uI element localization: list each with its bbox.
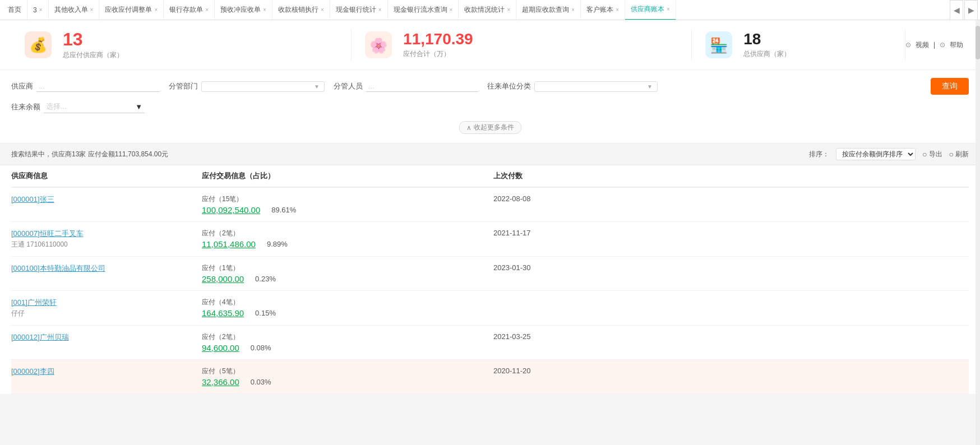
supplier-info-4: [000012]广州贝瑞 bbox=[11, 332, 202, 342]
close-icon[interactable]: × bbox=[571, 7, 575, 13]
stat-label-total-suppliers: 总供应商（家） bbox=[743, 49, 791, 59]
supplier-link-4[interactable]: [000012]广州贝瑞 bbox=[11, 333, 69, 341]
supplier-link-1[interactable]: [000007]恒旺二手叉车 bbox=[11, 229, 84, 238]
lastpay-0: 2022-08-08 bbox=[493, 194, 969, 203]
close-icon[interactable]: × bbox=[616, 7, 619, 13]
close-icon[interactable]: × bbox=[450, 7, 453, 13]
nav-tab-cash-stat[interactable]: 现金银行统计 × bbox=[330, 0, 388, 20]
query-button[interactable]: 查询 bbox=[931, 78, 969, 95]
trade-info-0: 应付（15笔） 100,092,540.00 89.61% bbox=[202, 194, 493, 215]
nav-tab-recv-stat-label: 收款情况统计 bbox=[464, 5, 505, 15]
lastpay-2: 2023-01-30 bbox=[493, 263, 969, 272]
video-link[interactable]: 视频 bbox=[916, 40, 929, 50]
scrollbar[interactable] bbox=[976, 20, 980, 394]
nav-tab-other-income[interactable]: 其他收入单 × bbox=[49, 0, 100, 20]
nav-tab-cash-stat-label: 现金银行统计 bbox=[336, 5, 376, 15]
lastpay-4: 2021-03-25 bbox=[493, 332, 969, 341]
nav-tab-receipt-label: 收款核销执行 bbox=[278, 5, 318, 15]
col-header-lastpay: 上次付数 bbox=[493, 171, 969, 181]
nav-tab-advance[interactable]: 预收冲应收单 × bbox=[215, 0, 272, 20]
nav-tab-other-income-label: 其他收入单 bbox=[54, 5, 88, 15]
nav-tab-cash-flow[interactable]: 现金银行流水查询 × bbox=[388, 0, 459, 20]
nav-tab-receipt[interactable]: 收款核销执行 × bbox=[272, 0, 330, 20]
close-icon[interactable]: × bbox=[378, 7, 382, 13]
supplier-link-2[interactable]: [000100]本特勤油品有限公司 bbox=[11, 264, 105, 272]
supplier-link-0[interactable]: [000001]张三 bbox=[11, 195, 54, 203]
filter-person-label: 分管人员 bbox=[334, 81, 363, 91]
circle-icon: ⊙ bbox=[905, 41, 911, 49]
supplier-name-2: [000100]本特勤油品有限公司 bbox=[11, 263, 202, 274]
trade-amount-3: 164,635.90 bbox=[202, 308, 244, 318]
close-icon[interactable]: × bbox=[507, 7, 510, 13]
stat-number-payable-total: 11,170.39 bbox=[403, 31, 473, 48]
close-icon[interactable]: × bbox=[39, 7, 43, 13]
close-icon[interactable]: × bbox=[154, 7, 158, 13]
close-icon[interactable]: × bbox=[667, 6, 670, 12]
refresh-label: 刷新 bbox=[955, 150, 969, 159]
supplier-name-4: [000012]广州贝瑞 bbox=[11, 332, 202, 342]
trade-amount-link-4[interactable]: 94,600.00 bbox=[202, 343, 239, 353]
person-input[interactable] bbox=[366, 81, 478, 92]
nav-tab-recv-stat[interactable]: 收款情况统计 × bbox=[459, 0, 516, 20]
refresh-button[interactable]: ○ 刷新 bbox=[949, 150, 969, 159]
nav-tab-adjust[interactable]: 应收应付调整单 × bbox=[99, 0, 164, 20]
filter-person: 分管人员 bbox=[334, 81, 478, 92]
close-icon[interactable]: × bbox=[90, 7, 94, 13]
nav-tab-overdue[interactable]: 超期应收款查询 × bbox=[516, 0, 581, 20]
close-icon[interactable]: × bbox=[321, 7, 324, 13]
nav-tab-customer-book[interactable]: 客户账本 × bbox=[581, 0, 625, 20]
filter-balance-label: 往来余额 bbox=[11, 102, 40, 112]
table-row: [000007]恒旺二手叉车 王通 17106110000 应付（2笔） 11,… bbox=[11, 222, 969, 257]
supplier-name-5: [000002]李四 bbox=[11, 367, 202, 377]
stat-info-payable-suppliers: 13 总应付供应商（家） bbox=[63, 30, 123, 60]
lastpay-5: 2020-11-20 bbox=[493, 367, 969, 375]
export-icon: ○ bbox=[922, 150, 927, 159]
lastpay-date-0: 2022-08-08 bbox=[493, 194, 531, 203]
supplier-link-5[interactable]: [000002]李四 bbox=[11, 367, 54, 376]
filter-category-label: 往来单位分类 bbox=[487, 81, 531, 91]
trade-info-3: 应付（4笔） 164,635.90 0.15% bbox=[202, 298, 493, 318]
nav-prev-button[interactable]: ◀ bbox=[950, 0, 963, 20]
supplier-link-3[interactable]: [001]广州荣轩 bbox=[11, 298, 57, 307]
export-label: 导出 bbox=[929, 150, 942, 159]
stat-card-payable-suppliers: 💰 13 总应付供应商（家） bbox=[11, 29, 352, 61]
trade-amount-link-5[interactable]: 32,366.00 bbox=[202, 377, 239, 387]
lastpay-date-1: 2021-11-17 bbox=[493, 229, 531, 237]
trade-label-5: 应付（5笔） bbox=[202, 367, 493, 376]
trade-label-2: 应付（1笔） bbox=[202, 263, 493, 273]
close-icon[interactable]: × bbox=[263, 7, 266, 13]
nav-tab-supplier-book[interactable]: 供应商账本 × bbox=[625, 0, 676, 20]
svg-text:💰: 💰 bbox=[29, 36, 48, 54]
trade-amount-link-2[interactable]: 258,000.00 bbox=[202, 274, 244, 284]
supplier-input[interactable] bbox=[36, 81, 160, 92]
nav-tab-advance-label: 预收冲应收单 bbox=[220, 5, 261, 15]
export-button[interactable]: ○ 导出 bbox=[922, 150, 942, 159]
trade-amount-link-3[interactable]: 164,635.90 bbox=[202, 308, 244, 318]
collapse-button[interactable]: ∧ 收起更多条件 bbox=[459, 121, 521, 134]
collapse-label: 收起更多条件 bbox=[474, 123, 514, 132]
trade-amount-0: 100,092,540.00 bbox=[202, 205, 260, 215]
trade-amount-link-0[interactable]: 100,092,540.00 bbox=[202, 205, 260, 215]
chevron-down-icon: ▼ bbox=[135, 103, 142, 111]
table-row: [001]广州荣轩 仔仔 应付（4笔） 164,635.90 0.15% bbox=[11, 291, 969, 326]
sort-select[interactable]: 按应付余额倒序排序 bbox=[836, 148, 916, 160]
scrollbar-thumb[interactable] bbox=[976, 26, 980, 59]
dept-select[interactable]: ▼ bbox=[201, 81, 325, 92]
nav-next-button[interactable]: ▶ bbox=[964, 0, 978, 20]
nav-tab-3[interactable]: 3 × bbox=[27, 0, 49, 20]
supplier-info-2: [000100]本特勤油品有限公司 bbox=[11, 263, 202, 274]
trade-label-1: 应付（2笔） bbox=[202, 229, 493, 238]
table-header: 供应商信息 应付交易信息（占比） 上次付数 bbox=[11, 165, 969, 188]
payable-suppliers-icon: 💰 bbox=[22, 29, 54, 61]
nav-tab-bank-deposit[interactable]: 银行存款单 × bbox=[164, 0, 215, 20]
supplier-info-3: [001]广州荣轩 仔仔 bbox=[11, 298, 202, 318]
balance-select[interactable]: 选择... ▼ bbox=[44, 100, 145, 113]
result-actions: 排序： 按应付余额倒序排序 ○ 导出 ○ 刷新 bbox=[809, 148, 969, 160]
category-select[interactable]: ▼ bbox=[534, 81, 658, 92]
trade-percent-0: 89.61% bbox=[271, 206, 296, 214]
supplier-info-1: [000007]恒旺二手叉车 王通 17106110000 bbox=[11, 229, 202, 249]
close-icon[interactable]: × bbox=[205, 7, 209, 13]
trade-amount-link-1[interactable]: 11,051,486.00 bbox=[202, 239, 256, 249]
nav-tab-home[interactable]: 首页 bbox=[2, 0, 27, 20]
help-link[interactable]: 帮助 bbox=[950, 40, 963, 50]
